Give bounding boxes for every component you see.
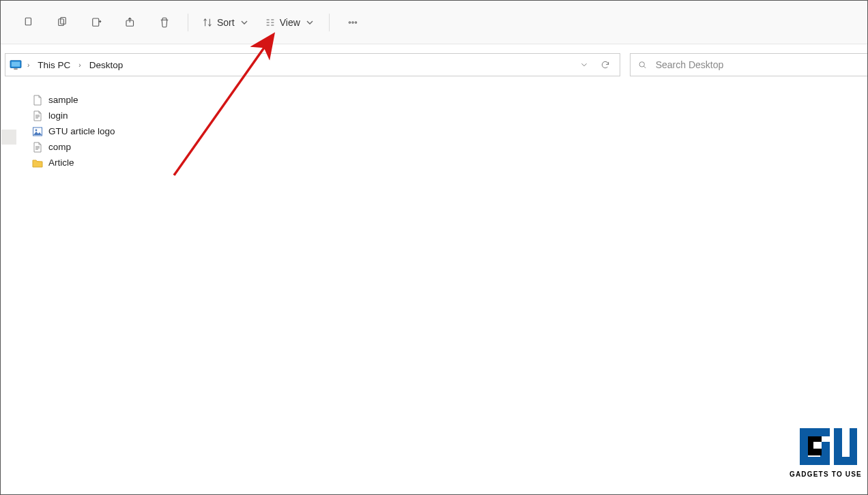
search-icon [637,59,648,70]
new-button[interactable] [13,9,43,36]
file-item[interactable]: GTU article logo [31,123,867,139]
file-item[interactable]: comp [31,139,867,155]
svg-point-6 [352,21,353,22]
watermark: GADGETS TO USE [790,427,862,478]
file-item[interactable]: sample [31,92,867,108]
svg-point-13 [35,129,38,131]
file-name: login [48,110,68,121]
svg-rect-16 [813,442,822,449]
file-name: GTU article logo [48,126,115,136]
view-button[interactable]: View [259,9,321,36]
svg-point-11 [639,62,644,67]
chevron-down-icon [304,17,315,28]
sort-button[interactable]: Sort [197,9,255,36]
address-bar[interactable]: › This PC › Desktop [5,53,620,76]
file-name: sample [48,95,78,105]
breadcrumb-item-this-pc[interactable]: This PC [35,59,73,72]
file-item[interactable]: Article [31,155,867,170]
paste-button[interactable] [81,9,111,36]
copy-button[interactable] [47,9,77,36]
svg-point-5 [349,21,350,22]
delete-button[interactable] [149,9,179,36]
file-name: Article [48,158,74,168]
svg-rect-2 [61,17,66,24]
svg-rect-1 [59,18,64,25]
svg-point-7 [355,21,356,22]
file-blank-icon [32,95,43,106]
search-input[interactable] [656,59,860,70]
address-history-drop[interactable] [576,60,592,70]
svg-rect-0 [25,18,31,25]
watermark-text: GADGETS TO USE [790,470,862,478]
share-button[interactable] [115,9,145,36]
address-search-row: › This PC › Desktop [1,50,867,80]
folder-icon [32,158,43,168]
svg-rect-10 [14,68,17,70]
svg-rect-9 [12,62,20,67]
more-button[interactable] [338,9,368,36]
toolbar: Sort View [1,1,867,44]
search-bar[interactable] [630,53,867,76]
chevron-down-icon [239,17,250,28]
pc-icon [10,59,22,70]
sort-label: Sort [217,17,235,28]
svg-rect-3 [93,18,99,26]
breadcrumb-item-desktop[interactable]: Desktop [87,59,126,72]
toolbar-separator [188,14,188,31]
file-image-icon [32,126,43,137]
file-item[interactable]: login [31,108,867,123]
file-text-icon [32,142,43,153]
toolbar-separator [329,14,330,31]
file-text-icon [32,110,43,121]
view-label: View [280,17,300,28]
file-name: comp [48,142,71,152]
file-area: sample login GTU article logo comp Artic… [1,80,867,170]
drag-gutter-marker [1,130,16,145]
refresh-button[interactable] [595,60,616,70]
watermark-logo [794,427,857,469]
chevron-right-icon[interactable]: › [76,61,83,69]
chevron-right-icon[interactable]: › [25,61,32,69]
